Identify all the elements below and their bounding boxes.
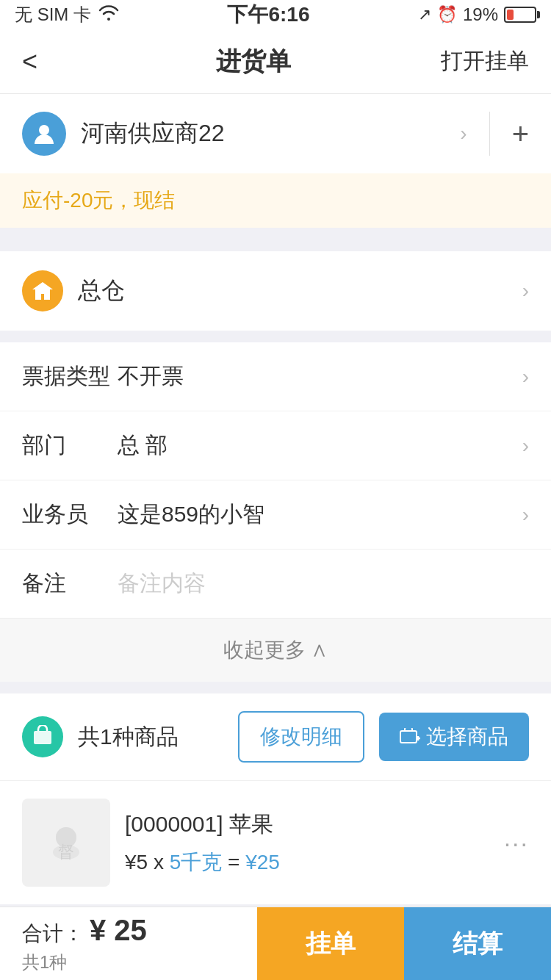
quantity-value: 5千克: [170, 851, 223, 873]
total-sub: 共1种: [22, 951, 235, 974]
product-price: ¥5 x 5千克 = ¥25: [125, 849, 489, 876]
remark-label: 备注: [22, 569, 118, 599]
warehouse-name: 总仓: [78, 275, 522, 307]
warehouse-icon: [22, 270, 63, 311]
checkout-button[interactable]: 结算: [404, 907, 551, 981]
remark-input[interactable]: 备注内容: [118, 569, 529, 599]
products-header: 共1种商品 修改明细 选择商品: [0, 682, 551, 780]
select-product-label: 选择商品: [426, 723, 508, 751]
product-more-button[interactable]: ···: [504, 829, 529, 857]
add-supplier-button[interactable]: +: [512, 118, 529, 151]
hang-button[interactable]: 挂单: [257, 907, 404, 981]
svg-rect-2: [400, 731, 417, 743]
wifi-icon: [98, 4, 119, 25]
salesperson-chevron-icon: ›: [522, 503, 529, 527]
svg-rect-1: [34, 731, 51, 744]
battery-label: 19%: [463, 4, 498, 25]
invoice-type-row[interactable]: 票据类型 不开票 ›: [0, 342, 551, 411]
department-label: 部门: [22, 430, 118, 461]
battery-icon: [504, 7, 536, 23]
warehouse-row[interactable]: 总仓 ›: [0, 239, 551, 331]
footer-total: 合计： ¥ 25 共1种: [0, 914, 257, 974]
salesperson-label: 业务员: [22, 500, 118, 530]
department-row[interactable]: 部门 总 部 ›: [0, 411, 551, 480]
total-price: ¥25: [245, 851, 280, 873]
invoice-type-chevron-icon: ›: [522, 365, 529, 389]
collapse-toggle[interactable]: 收起更多 ∧: [0, 618, 551, 682]
info-banner: 应付-20元，现结: [0, 173, 551, 228]
total-amount: ¥ 25: [90, 914, 147, 947]
form-section: 票据类型 不开票 › 部门 总 部 › 业务员 这是859的小智 › 备注 备注…: [0, 331, 551, 618]
status-bar: 无 SIM 卡 下午6:16 ↗ ⏰ 19%: [0, 0, 551, 29]
status-left: 无 SIM 卡: [15, 3, 119, 26]
product-item: 督 [0000001] 苹果 ¥5 x 5千克 = ¥25 ···: [0, 780, 551, 904]
invoice-type-label: 票据类型: [22, 361, 118, 392]
product-title: 苹果: [229, 812, 273, 836]
supplier-name[interactable]: 河南供应商22: [81, 118, 460, 150]
open-hang-button[interactable]: 打开挂单: [441, 46, 529, 76]
alarm-icon: ⏰: [437, 5, 457, 24]
supplier-section: 河南供应商22 › + 应付-20元，现结: [0, 94, 551, 228]
department-value: 总 部: [118, 430, 522, 461]
product-info: [0000001] 苹果 ¥5 x 5千克 = ¥25: [125, 810, 489, 876]
salesperson-row[interactable]: 业务员 这是859的小智 ›: [0, 480, 551, 550]
salesperson-value: 这是859的小智: [118, 500, 522, 530]
product-code: [0000001]: [125, 812, 229, 836]
svg-text:督: 督: [58, 843, 74, 861]
status-time: 下午6:16: [227, 1, 309, 29]
unit-price: ¥5 x: [125, 851, 170, 873]
invoice-type-value: 不开票: [118, 361, 522, 392]
footer: 合计： ¥ 25 共1种 挂单 结算: [0, 907, 551, 980]
total-label: 合计：: [22, 920, 84, 948]
vertical-divider: [489, 112, 490, 156]
department-chevron-icon: ›: [522, 434, 529, 458]
warehouse-chevron-icon: ›: [522, 279, 529, 303]
product-name: [0000001] 苹果: [125, 810, 489, 840]
edit-detail-button[interactable]: 修改明细: [238, 711, 364, 763]
product-count-icon: [22, 716, 63, 757]
supplier-row: 河南供应商22 › +: [0, 94, 551, 173]
select-product-button[interactable]: 选择商品: [379, 713, 529, 761]
equals-sign: =: [222, 851, 245, 873]
status-right: ↗ ⏰ 19%: [418, 4, 536, 25]
carrier-label: 无 SIM 卡: [15, 3, 91, 26]
supplier-avatar: [22, 112, 66, 156]
svg-point-0: [39, 125, 49, 135]
product-thumbnail: 督: [22, 799, 110, 887]
location-icon: ↗: [418, 5, 431, 24]
page-title: 进货单: [216, 45, 291, 79]
nav-bar: < 进货单 打开挂单: [0, 29, 551, 94]
product-count-label: 共1种商品: [78, 722, 223, 752]
remark-row[interactable]: 备注 备注内容: [0, 550, 551, 618]
main-content: 河南供应商22 › + 应付-20元，现结 总仓 › 票据类型 不开票 › 部门…: [0, 94, 551, 978]
supplier-chevron-icon: ›: [460, 122, 467, 145]
supplier-actions: › +: [460, 112, 529, 156]
back-button[interactable]: <: [22, 46, 66, 77]
